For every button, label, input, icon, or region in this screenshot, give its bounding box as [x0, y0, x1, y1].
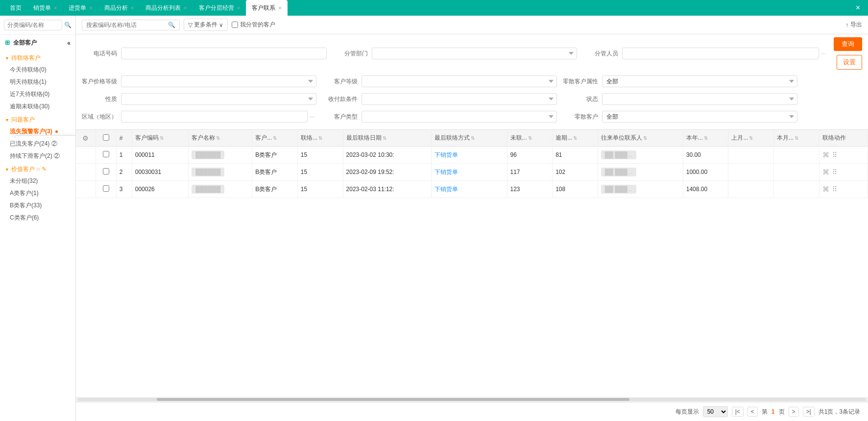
filter-region-field: 区域（地区） ··· — [82, 111, 316, 123]
action-more-icon-0[interactable]: ⠿ — [832, 151, 837, 159]
query-button[interactable]: 查询 — [834, 37, 862, 51]
filter-retail-cust-select[interactable]: 全部 — [602, 111, 797, 123]
td-settings-1 — [76, 164, 96, 181]
close-all-tabs-button[interactable]: × — [852, 3, 864, 12]
sidebar-item-class-b[interactable]: B类客户(33) — [0, 199, 75, 212]
close-purchase-tab[interactable]: × — [89, 5, 92, 11]
filter-status-select[interactable] — [602, 93, 797, 105]
sidebar-item-today[interactable]: 今天待联络(0) — [0, 64, 75, 76]
sidebar-search-input[interactable] — [4, 20, 62, 30]
filter-person-dots[interactable]: ··· — [819, 50, 828, 57]
export-icon: ↑ — [845, 22, 848, 28]
my-customers-checkbox[interactable] — [232, 22, 238, 28]
contact-way-link-0[interactable]: 下销货单 — [434, 151, 458, 158]
filter-price-level-select[interactable] — [121, 75, 316, 87]
th-no-contact[interactable]: 未联...⇅ — [507, 130, 553, 147]
th-overdue[interactable]: 逾期...⇅ — [553, 130, 598, 147]
filter-retail-attr-select[interactable]: 全部 — [602, 75, 797, 87]
filter-region-dots[interactable]: ··· — [308, 113, 316, 120]
sidebar-item-overdue[interactable]: 逾期未联络(30) — [0, 100, 75, 113]
first-page-button[interactable]: |< — [732, 407, 744, 417]
select-all-checkbox[interactable] — [103, 134, 109, 141]
td-checkbox-0[interactable] — [96, 147, 116, 164]
td-action-0[interactable]: ⌘ ⠿ — [819, 147, 868, 164]
th-this-month[interactable]: 本月...⇅ — [774, 130, 820, 147]
th-last-contact-date[interactable]: 最后联络日期⇅ — [343, 130, 432, 147]
tab-home[interactable]: 首页 — [4, 0, 27, 16]
contact-way-link-1[interactable]: 下销货单 — [434, 169, 458, 175]
row-checkbox-2[interactable] — [103, 185, 109, 192]
sidebar-item-class-c[interactable]: C类客户(6) — [0, 212, 75, 224]
th-last-month[interactable]: 上月...⇅ — [728, 130, 774, 147]
action-more-icon-2[interactable]: ⠿ — [832, 185, 837, 193]
filter-search-icon[interactable]: 🔍 — [168, 22, 175, 28]
td-overdue-2: 108 — [553, 181, 598, 198]
scrollbar-thumb[interactable] — [157, 398, 629, 401]
td-action-1[interactable]: ⌘ ⠿ — [819, 164, 868, 181]
filter-payment-select[interactable] — [362, 93, 557, 105]
next-page-button[interactable]: > — [789, 407, 799, 417]
tab-customer-contact[interactable]: 客户联系 × — [246, 0, 287, 16]
sidebar-search-icon[interactable]: 🔍 — [64, 22, 72, 28]
filter-region-input[interactable] — [121, 111, 308, 123]
table-settings-icon[interactable]: ⚙ — [82, 134, 89, 142]
action-more-icon-1[interactable]: ⠿ — [832, 168, 837, 176]
td-last-contact-way-0[interactable]: 下销货单 — [432, 147, 507, 164]
last-page-button[interactable]: >| — [803, 407, 815, 417]
filter-nature-select[interactable] — [121, 93, 316, 105]
action-contact-icon-1[interactable]: ⌘ — [822, 168, 829, 176]
th-last-contact-way[interactable]: 最后联络方式⇅ — [432, 130, 507, 147]
th-unit-contact[interactable]: 往来单位联系人⇅ — [598, 130, 683, 147]
close-analysis-list-tab[interactable]: × — [184, 5, 187, 11]
tab-sales[interactable]: 销货单 × — [27, 0, 63, 16]
td-last-contact-way-1[interactable]: 下销货单 — [432, 164, 507, 181]
th-checkbox[interactable] — [96, 130, 116, 147]
sidebar-section-pending: 待联络客户 — [0, 51, 75, 64]
sidebar-all-customers[interactable]: ⊞ 全部客户 « — [0, 35, 75, 51]
th-settings[interactable]: ⚙ — [76, 130, 96, 147]
sidebar-item-ungrouped[interactable]: 未分组(32) — [0, 175, 75, 187]
action-contact-icon-0[interactable]: ⌘ — [822, 151, 829, 159]
td-last-contact-way-2[interactable]: 下销货单 — [432, 181, 507, 198]
sidebar-item-class-a[interactable]: A类客户(1) — [0, 187, 75, 199]
sidebar-item-churn-warning[interactable]: 流失预警客户(3) ● 90天未交易的客户，可能有流失风险。 — [0, 125, 75, 138]
filter-search-input[interactable] — [86, 22, 166, 28]
sidebar-collapse-icon[interactable]: « — [67, 40, 71, 47]
td-action-2[interactable]: ⌘ ⠿ — [819, 181, 868, 198]
tab-analysis[interactable]: 商品分析 × — [98, 0, 140, 16]
prev-page-button[interactable]: < — [747, 407, 758, 417]
close-analysis-tab[interactable]: × — [131, 5, 134, 11]
filter-dept-select[interactable] — [372, 48, 578, 59]
th-code[interactable]: 客户编码⇅ — [132, 130, 188, 147]
tab-purchase[interactable]: 进货单 × — [63, 0, 98, 16]
sidebar-item-declining[interactable]: 持续下滑客户(2) ② — [0, 150, 75, 162]
export-button[interactable]: ↑ 导出 — [845, 21, 862, 29]
td-checkbox-1[interactable] — [96, 164, 116, 181]
contact-way-link-2[interactable]: 下销货单 — [434, 186, 458, 193]
filter-level-select[interactable] — [362, 75, 557, 87]
more-conditions-button[interactable]: ▽ 更多条件 ∨ — [184, 19, 228, 31]
close-customer-tier-tab[interactable]: × — [237, 5, 240, 11]
close-sales-tab[interactable]: × — [54, 5, 57, 11]
sidebar-item-tomorrow[interactable]: 明天待联络(1) — [0, 76, 75, 88]
th-this-year[interactable]: 本年...⇅ — [683, 130, 728, 147]
my-customers-checkbox-wrapper[interactable]: 我分管的客户 — [232, 21, 275, 29]
setting-button[interactable]: 设置 — [837, 55, 862, 70]
close-customer-contact-tab[interactable]: × — [278, 5, 281, 11]
horizontal-scrollbar[interactable] — [76, 397, 868, 402]
tab-analysis-list[interactable]: 商品分析列表 × — [140, 0, 193, 16]
action-contact-icon-2[interactable]: ⌘ — [822, 185, 829, 193]
th-type[interactable]: 客户...⇅ — [252, 130, 298, 147]
sidebar-item-7days[interactable]: 近7天待联络(0) — [0, 88, 75, 100]
tab-customer-tier[interactable]: 客户分层经营 × — [193, 0, 246, 16]
sidebar-item-churned[interactable]: 已流失客户(24) ② — [0, 138, 75, 150]
th-contact[interactable]: 联络...⇅ — [297, 130, 343, 147]
per-page-select[interactable]: 50 100 200 — [703, 406, 728, 417]
row-checkbox-0[interactable] — [103, 151, 109, 157]
td-checkbox-2[interactable] — [96, 181, 116, 198]
filter-cust-type-select[interactable] — [362, 111, 557, 123]
filter-phone-input[interactable] — [121, 48, 327, 59]
filter-person-input[interactable] — [622, 48, 819, 59]
row-checkbox-1[interactable] — [103, 168, 109, 174]
th-name[interactable]: 客户名称⇅ — [189, 130, 252, 147]
